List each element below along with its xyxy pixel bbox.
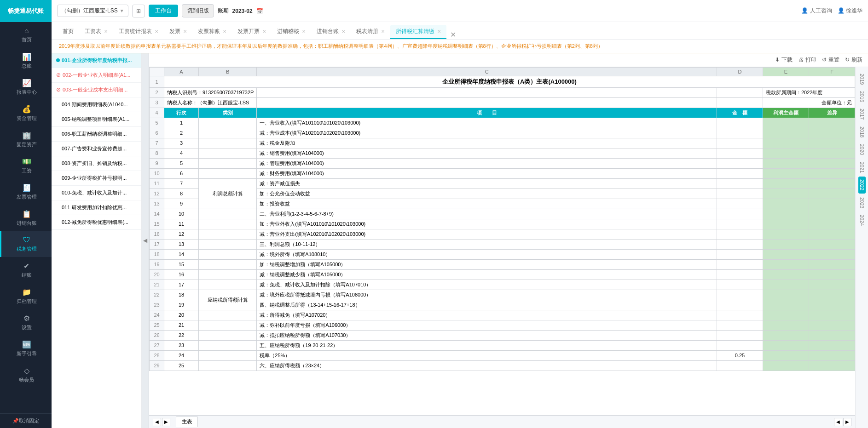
- assets-icon: 🏢: [22, 131, 31, 140]
- header-cell-b: 类别: [199, 108, 257, 118]
- header-cell-a: 行次: [164, 108, 199, 118]
- period-label: 账期: [218, 7, 229, 15]
- year-item-2017[interactable]: 2017: [858, 106, 866, 122]
- sheet-tab-main[interactable]: 主表: [176, 417, 198, 427]
- year-item-2020[interactable]: 2020: [858, 141, 866, 158]
- year-item-2019[interactable]: 2019: [858, 71, 866, 87]
- report-icon: 📈: [22, 79, 31, 87]
- panel-collapse-button[interactable]: ◀: [142, 53, 149, 428]
- tab-close-icon[interactable]: ✕: [381, 29, 385, 34]
- sidebar-item-guide[interactable]: 🆕 新手引导: [0, 336, 52, 362]
- tab-home[interactable]: 首页: [57, 25, 79, 39]
- download-button[interactable]: ⬇ 下载: [775, 56, 793, 64]
- user-button[interactable]: 👤 徐逢华: [838, 7, 862, 15]
- left-item-003[interactable]: ⊘ 003-一般企业成本支出明细...: [52, 83, 141, 97]
- tab-close-icon[interactable]: ✕: [183, 29, 187, 34]
- data-row-14: 14 10 二、营业利润(1-2-3-4-5-6-7-8+9): [150, 209, 855, 219]
- title-row: 1 企业所得税年度纳税申报表（A类）主表(A100000): [150, 76, 855, 87]
- pin-icon: 📌: [12, 418, 19, 424]
- left-item-005[interactable]: 005-纳税调整项目明细表(A1...: [52, 112, 141, 127]
- tab-close-icon[interactable]: ✕: [302, 29, 306, 34]
- scroll-right-button[interactable]: ▶: [843, 418, 851, 426]
- tab-close-icon[interactable]: ✕: [104, 29, 108, 34]
- sidebar-item-fixed-assets[interactable]: 🏢 固定资产: [0, 126, 52, 153]
- year-item-2018[interactable]: 2018: [858, 124, 866, 140]
- sidebar-item-invoice[interactable]: 🧾 发票管理: [0, 179, 52, 205]
- topbar-right: 👤 人工咨询 👤 徐逢华: [801, 7, 862, 15]
- col-c-header: C: [257, 67, 717, 76]
- sidebar-item-sales[interactable]: 📋 进销台账: [0, 205, 52, 231]
- left-item-007[interactable]: 007-广告费和业务宣传费超...: [52, 142, 141, 156]
- tab-invoice[interactable]: 发票✕: [164, 25, 192, 39]
- sidebar-item-settings[interactable]: ⚙ 设置: [0, 309, 52, 336]
- sheet-nav-prev-button[interactable]: ◀: [153, 418, 161, 426]
- left-item-012[interactable]: 012-减免所得税优惠明细表(...: [52, 215, 141, 230]
- workbench-button[interactable]: 工作台: [149, 5, 178, 17]
- print-button[interactable]: 🖨 打印: [798, 56, 816, 64]
- sidebar-item-report[interactable]: 📈 报表中心: [0, 74, 52, 100]
- tab-payroll-report[interactable]: 工资统计报表✕: [113, 25, 164, 39]
- tab-invoice-issue[interactable]: 发票开票✕: [232, 25, 272, 39]
- calendar-icon[interactable]: 📅: [256, 8, 263, 14]
- support-button[interactable]: 👤 人工咨询: [801, 7, 832, 15]
- status-bullet-001: [56, 58, 60, 62]
- reset-button[interactable]: ↺ 重置: [822, 56, 839, 64]
- year-item-2016[interactable]: 2016: [858, 88, 866, 105]
- print-icon: 🖨: [798, 57, 804, 63]
- year-sidebar: 2019 2016 2017 2018 2020 2021 2022 2023 …: [855, 67, 868, 428]
- tab-invoice-calc[interactable]: 发票算账✕: [192, 25, 232, 39]
- settings-icon: ⚙: [23, 314, 30, 323]
- sidebar-item-fund[interactable]: 💰 资金管理: [0, 100, 52, 126]
- left-item-009[interactable]: 009-企业所得税扩补亏损明...: [52, 171, 141, 186]
- sidebar-item-tax[interactable]: 🛡 税务管理: [0, 231, 52, 257]
- archive-icon: 📁: [22, 288, 31, 297]
- left-item-008[interactable]: 008-资产折旧、摊销及纳税...: [52, 156, 141, 171]
- sidebar-item-general-ledger[interactable]: 📊 总账: [0, 48, 52, 74]
- sidebar-footer-cancel[interactable]: 📌 取消固定: [0, 413, 52, 428]
- year-item-2021[interactable]: 2021: [858, 159, 866, 176]
- switch-version-button[interactable]: 切到旧版: [182, 4, 214, 17]
- sidebar-item-member[interactable]: ◇ 畅会员: [0, 362, 52, 388]
- tab-close-icon[interactable]: ✕: [262, 29, 266, 34]
- left-item-004[interactable]: 004-期间费用明细表(A1040...: [52, 97, 141, 112]
- sidebar-item-archive[interactable]: 📁 归档管理: [0, 283, 52, 309]
- data-row-18: 18 14 减：境外所得（填写A108010）: [150, 249, 855, 259]
- left-item-011[interactable]: 011-研发费用加计扣除优惠...: [52, 200, 141, 215]
- left-item-label-007: 007-广告费和业务宣传费超...: [62, 145, 127, 152]
- content-area: 001-企业所得税年度纳税申报... ⊘ 002-一般企业收入明细表(A1...…: [52, 53, 868, 428]
- data-row-21: 21 17 减：免税、减计收入及加计扣除（填写A107010）: [150, 280, 855, 290]
- left-item-010[interactable]: 010-免税、减计收入及加计...: [52, 186, 141, 200]
- status-bullet-004: [56, 103, 60, 106]
- company-selector[interactable]: （勾删）江西服宝-LSS ▼: [57, 5, 128, 17]
- topbar: （勾删）江西服宝-LSS ▼ ⊞ 工作台 切到旧版 账期 2023-02 📅 👤…: [52, 0, 868, 22]
- sidebar-logo: 畅捷通易代账: [0, 0, 52, 22]
- tab-close-icon[interactable]: ✕: [155, 29, 158, 34]
- year-item-2024[interactable]: 2024: [858, 212, 866, 228]
- tab-ledger[interactable]: 进销台账✕: [311, 25, 351, 39]
- tab-close-icon[interactable]: ✕: [223, 29, 226, 34]
- left-item-006[interactable]: 006-职工薪酬纳税调整明细...: [52, 127, 141, 142]
- sidebar-item-home[interactable]: ⌂ 首页: [0, 22, 52, 48]
- col-b-header: B: [199, 67, 257, 76]
- sidebar-item-payroll[interactable]: 💵 工资: [0, 153, 52, 179]
- status-bullet-008: [56, 161, 60, 165]
- left-item-001[interactable]: 001-企业所得税年度纳税申报...: [52, 53, 141, 68]
- tab-bar-close-button[interactable]: ✕: [450, 30, 456, 39]
- download-icon: ⬇: [775, 57, 780, 63]
- sidebar-item-closing[interactable]: ✔ 结账: [0, 257, 52, 283]
- period-value[interactable]: 2023-02: [232, 8, 253, 14]
- refresh-button[interactable]: ↻ 刷新: [845, 56, 862, 64]
- scroll-left-button[interactable]: ◀: [834, 418, 842, 426]
- tab-audit[interactable]: 进销稽核✕: [272, 25, 311, 39]
- year-item-2022[interactable]: 2022: [858, 177, 866, 193]
- tab-income-tax[interactable]: 所得税汇算清缴✕: [390, 25, 446, 39]
- tab-tax-clearance[interactable]: 税表清册✕: [351, 25, 390, 39]
- tab-payroll[interactable]: 工资表✕: [79, 25, 113, 39]
- sheet-nav-next-button[interactable]: ▶: [162, 418, 170, 426]
- tab-close-icon[interactable]: ✕: [341, 29, 345, 34]
- topbar-grid-button[interactable]: ⊞: [132, 5, 145, 17]
- right-toolbar: ⬇ 下载 🖨 打印 ↺ 重置 ↻ 刷新: [149, 53, 868, 67]
- tab-close-active-icon[interactable]: ✕: [437, 29, 441, 34]
- year-item-2023[interactable]: 2023: [858, 194, 866, 211]
- left-item-002[interactable]: ⊘ 002-一般企业收入明细表(A1...: [52, 68, 141, 83]
